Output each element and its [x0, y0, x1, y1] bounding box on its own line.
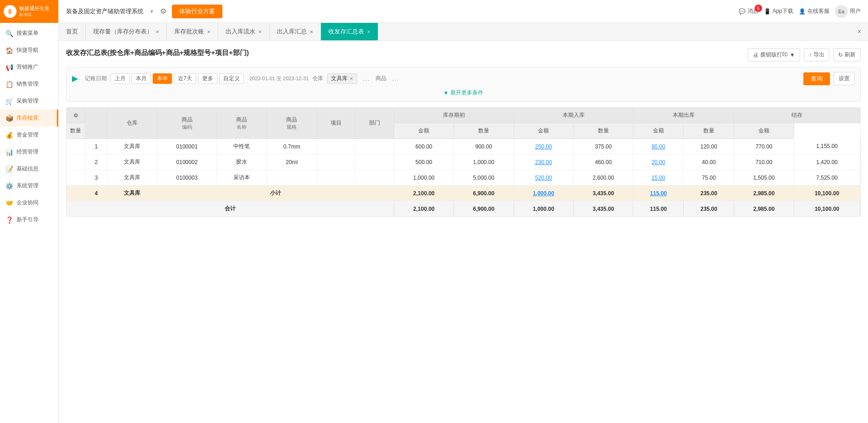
col-init-qty-header: 数量 — [66, 123, 85, 139]
tab-inout-flow-label: 出入库流水 — [226, 27, 255, 36]
date-btn-custom[interactable]: 自定义 — [219, 73, 244, 84]
settings-icon[interactable]: ⚙ — [160, 7, 166, 16]
col-settings-header[interactable]: ⚙ — [66, 108, 85, 123]
row-code-cell: 0100001 — [157, 139, 216, 154]
total-bal-amt: 10,100.00 — [794, 201, 860, 217]
app-download-button[interactable]: 📱 App下载 — [764, 7, 793, 15]
logo-text: 畅捷通好生意 标准版 — [19, 5, 50, 17]
export-button[interactable]: ↑ 导出 — [804, 48, 829, 61]
goods-more-icon[interactable]: ... — [392, 76, 399, 82]
message-button[interactable]: 💬 消息 6 — [739, 7, 758, 15]
row-in-qty-cell[interactable]: 230.00 — [514, 154, 573, 170]
tab-inout-summary[interactable]: 出入库汇总 ✕ — [270, 23, 321, 40]
tab-inout-flow[interactable]: 出入库流水 ✕ — [218, 23, 270, 40]
row-init-amt-cell: 1,000.00 — [454, 154, 514, 170]
warehouse-tag-close-icon[interactable]: ✕ — [349, 76, 353, 81]
date-btn-this-year[interactable]: 本年 — [153, 73, 172, 84]
filter-expand-arrow[interactable]: ▶ — [72, 74, 77, 83]
row-settings-cell[interactable] — [66, 154, 85, 170]
row-settings-cell[interactable] — [66, 139, 85, 154]
expand-more-conditions-button[interactable]: ▼ 展开更多条件 — [443, 89, 484, 97]
tab-stock-summary[interactable]: 收发存汇总表 ✕ — [321, 23, 378, 40]
refresh-button[interactable]: ↻ 刷新 — [833, 48, 861, 61]
search-icon: 🔍 — [6, 30, 13, 37]
online-service-button[interactable]: 👤 在线客服 — [799, 7, 829, 15]
total-in-qty: 1,000.00 — [514, 201, 573, 217]
col-out-amt-header: 金额 — [633, 123, 684, 139]
sidebar-item-search[interactable]: 🔍搜索菜单 — [0, 25, 58, 42]
close-all-tabs-button[interactable]: ✕ — [851, 24, 868, 39]
dropdown-arrow-icon[interactable]: ▼ — [149, 8, 155, 15]
row-dept-cell — [355, 154, 394, 170]
row-out-amt-cell: 75.00 — [684, 170, 734, 186]
system-icon: ⚙️ — [6, 182, 13, 190]
sidebar-item-marketing[interactable]: 📢营销推广 — [0, 59, 58, 76]
row-out-qty-cell[interactable]: 20.00 — [633, 154, 684, 170]
tab-stock-dist-label: 现存量（库存分布表） — [93, 27, 153, 36]
main-content: 装备及固定资产辅助管理系统 ▼ ⚙ 体验行业方案 💬 消息 6 📱 App下载 … — [59, 0, 868, 423]
date-buttons: 上月 本月 本年 近7天 更多 自定义 — [111, 73, 244, 84]
row-settings-cell[interactable] — [66, 170, 85, 186]
row-num-cell: 2 — [85, 154, 107, 170]
phone-icon: 📱 — [764, 8, 771, 15]
row-in-qty-cell[interactable]: 520.00 — [514, 170, 573, 186]
sidebar-item-operation[interactable]: 📊经营管理 — [0, 143, 58, 160]
subtotal-out-amt-cell: 235.00 — [684, 186, 734, 201]
sidebar-item-inventory[interactable]: 📦库存核算 — [0, 110, 58, 126]
warehouse-tag-text: 文具库 — [331, 75, 348, 82]
row-out-qty-cell[interactable]: 80.00 — [633, 139, 684, 154]
print-button[interactable]: 🖨 拨锁版打印 ▼ — [748, 48, 800, 61]
tab-batch[interactable]: 库存批次账 ✕ — [167, 23, 218, 40]
sidebar-item-quick[interactable]: 🏠快捷导航 — [0, 42, 58, 59]
user-button[interactable]: Ea 用户 — [835, 5, 861, 18]
operation-icon: 📊 — [6, 148, 13, 156]
sidebar-item-enterprise[interactable]: 🤝企业协同 — [0, 194, 58, 211]
subtotal-bal-amt-cell: 10,100.00 — [794, 186, 860, 201]
row-init-qty-cell: 1,000.00 — [394, 170, 453, 186]
row-code-cell: 0100002 — [157, 154, 216, 170]
col-project-header: 项目 — [317, 108, 355, 139]
row-in-amt-cell: 460.00 — [574, 154, 633, 170]
print-dropdown-icon[interactable]: ▼ — [790, 52, 795, 58]
date-btn-7days[interactable]: 近7天 — [174, 73, 196, 84]
total-out-amt: 235.00 — [684, 201, 734, 217]
tab-inout-summary-close-icon[interactable]: ✕ — [310, 29, 313, 34]
sidebar-item-label-sales: 销售管理 — [17, 80, 39, 88]
sidebar-item-label-enterprise: 企业协同 — [17, 199, 39, 207]
tab-home[interactable]: 首页 — [59, 23, 86, 40]
tab-stock-dist-close-icon[interactable]: ✕ — [155, 29, 159, 34]
finance-icon: 💰 — [6, 132, 13, 139]
expand-icon: ▼ — [443, 90, 449, 96]
service-icon: 👤 — [799, 8, 806, 15]
sidebar-item-sales[interactable]: 📋销售管理 — [0, 76, 58, 93]
table-row: 2 文具库 0100002 胶水 20ml 500.00 1,000.00 23… — [66, 154, 860, 170]
tab-batch-close-icon[interactable]: ✕ — [207, 29, 210, 34]
sales-icon: 📋 — [6, 81, 13, 88]
sidebar-item-label-inventory: 库存核算 — [17, 114, 39, 122]
warehouse-more-icon[interactable]: ... — [363, 76, 370, 82]
sidebar-item-guide[interactable]: ❓新手引导 — [0, 211, 58, 228]
sidebar-item-purchase[interactable]: 🛒采购管理 — [0, 93, 58, 110]
sidebar-item-finance[interactable]: 💰资金管理 — [0, 126, 58, 143]
settings-button[interactable]: 设置 — [834, 72, 855, 85]
query-button[interactable]: 查询 — [803, 72, 830, 85]
date-btn-more[interactable]: 更多 — [198, 73, 217, 84]
sidebar-item-basic[interactable]: 📝基础信息 — [0, 160, 58, 177]
sidebar-item-system[interactable]: ⚙️系统管理 — [0, 177, 58, 194]
col-spec-header: 商品规格 — [266, 108, 317, 139]
trial-button[interactable]: 体验行业方案 — [172, 5, 222, 18]
row-bal-amt-cell: 7,525.00 — [794, 170, 860, 186]
tab-stock-dist[interactable]: 现存量（库存分布表） ✕ — [86, 23, 167, 40]
subtotal-out-qty-cell[interactable]: 115.00 — [633, 186, 684, 201]
row-out-qty-cell[interactable]: 15.00 — [633, 170, 684, 186]
total-in-amt: 3,435.00 — [574, 201, 633, 217]
tab-inout-flow-close-icon[interactable]: ✕ — [258, 29, 262, 34]
print-icon: 🖨 — [753, 52, 758, 58]
tab-stock-summary-close-icon[interactable]: ✕ — [367, 29, 370, 34]
row-warehouse-cell: 文具库 — [107, 154, 157, 170]
row-in-qty-cell[interactable]: 250.00 — [514, 139, 573, 154]
row-name-cell: 胶水 — [217, 154, 267, 170]
date-btn-this-month[interactable]: 本月 — [132, 73, 151, 84]
date-btn-last-month[interactable]: 上月 — [111, 73, 130, 84]
subtotal-in-qty-cell[interactable]: 1,000.00 — [514, 186, 573, 201]
